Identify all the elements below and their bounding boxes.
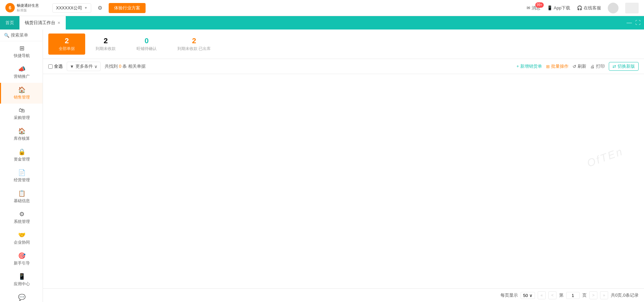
main-content: 2 全部单据 2 到期未收款 0 旺铺待确认 2 到期未收款 已出库 全选 [43,29,644,302]
print-button[interactable]: 🖨 打印 [590,63,605,69]
next-page-button[interactable]: > [589,291,597,299]
enterprise-wechat-icon: 💬 [18,294,25,301]
search-icon: 🔍 [4,33,9,38]
marketing-icon: 📣 [18,65,25,73]
batch-operation-button[interactable]: ⊞ 批量操作 [546,63,569,69]
sidebar-item-inventory-label: 库存核算 [14,136,30,141]
system-icon: ⚙ [19,210,24,218]
select-all-checkbox[interactable]: 全选 [48,63,63,69]
sidebar-search[interactable]: 🔍 搜索菜单 [0,29,43,41]
switch-label: 切换新版 [618,63,635,69]
pagination-bar: 每页显示 50 ∨ « < 第 页 > » 共0页,0条记录 [43,288,644,302]
sidebar-item-sales[interactable]: 🏠 销售管理 [0,83,43,104]
per-page-label: 每页显示 [500,292,518,298]
tab-home[interactable]: 首页 [0,16,19,29]
app-download-label: App下载 [554,5,570,11]
headset-icon: 🎧 [577,5,582,10]
stat-shipped-count: 2 [192,37,196,45]
app-download-button[interactable]: 📱 App下载 [547,5,570,11]
stat-all-desc: 全部单据 [59,46,75,52]
company-selector[interactable]: XXXXXX公司 ▼ [52,3,91,13]
sidebar-search-label: 搜索菜单 [11,32,28,38]
per-page-select[interactable]: 50 ∨ [521,292,535,299]
sidebar-item-base-info[interactable]: 📋 基础信息 [0,186,43,207]
page-input[interactable] [566,292,580,299]
stat-card-all[interactable]: 2 全部单据 [48,34,85,55]
sidebar-item-marketing[interactable]: 📣 营销推广 [0,62,43,83]
found-unit: 条 [122,64,127,69]
sidebar-item-enterprise-wechat[interactable]: 💬 企业微信 [0,290,43,302]
stat-overdue-desc: 到期未收款 [96,46,116,52]
sidebar-item-system[interactable]: ⚙ 系统管理 [0,207,43,228]
stat-all-count: 2 [65,37,69,45]
page-label: 第 [559,292,564,298]
message-icon: ✉ [527,5,530,10]
stat-wangpu-desc: 旺铺待确认 [137,46,157,52]
nav-tabs: 首页 钱货日清工作台 ✕ — ⛶ [0,16,644,29]
toolbar-left: 全选 ▼ 更多条件 ∨ 共找到 0 条 相关单据 [48,62,146,71]
first-page-button[interactable]: « [538,291,546,299]
avatar[interactable] [608,3,619,13]
tab-work-bench[interactable]: 钱货日清工作台 ✕ [19,16,66,29]
batch-icon: ⊞ [546,64,550,69]
prev-page-button[interactable]: < [548,291,556,299]
tab-maximize-button[interactable]: ⛶ [635,20,641,26]
filter-icon: ▼ [70,64,74,69]
app-download-icon: 📱 [547,5,552,10]
online-service-button[interactable]: 🎧 在线客服 [577,5,601,11]
purchase-icon: 🛍 [19,107,25,114]
found-suffix: 相关单据 [128,64,146,69]
stats-area: 2 全部单据 2 到期未收款 0 旺铺待确认 2 到期未收款 已出库 [43,29,644,59]
operations-icon: 📄 [18,169,25,176]
add-sale-order-button[interactable]: + 新增销货单 [517,63,542,69]
trial-button[interactable]: 体验行业方案 [109,3,146,13]
settings-icon[interactable]: ⚙ [95,3,105,13]
inventory-icon: 🏠 [18,127,25,135]
sidebar-item-operations[interactable]: 📄 经营管理 [0,166,43,186]
stat-card-shipped[interactable]: 2 到期未收款 已出库 [167,34,221,55]
tab-close-icon[interactable]: ✕ [57,21,60,25]
switch-icon: ⇄ [612,64,616,69]
sidebar-item-enterprise-coop[interactable]: 🤝 企业协同 [0,228,43,249]
stat-overdue-count: 2 [104,37,108,45]
page-suffix: 页 [582,292,587,298]
user-name-area[interactable] [625,3,639,13]
sidebar-item-operations-label: 经营管理 [14,177,30,183]
last-page-button[interactable]: » [600,291,608,299]
stat-card-wangpu[interactable]: 0 旺铺待确认 [126,34,167,55]
logo-area: 6 畅捷通好生意 标准版 [5,3,48,12]
sidebar-item-finance-label: 资金管理 [14,157,30,162]
sidebar-item-purchase[interactable]: 🛍 采购管理 [0,104,43,124]
sidebar-item-app-center[interactable]: 📱 应用中心 [0,269,43,290]
sidebar-item-system-label: 系统管理 [14,219,30,225]
logo-badge: 标准版 [17,8,39,13]
sidebar-item-enterprise-coop-label: 企业协同 [14,240,30,245]
base-info-icon: 📋 [18,190,25,197]
found-count: 0 [119,64,121,69]
per-page-value: 50 [523,293,528,298]
sidebar-item-inventory[interactable]: 🏠 库存核算 [0,124,43,145]
sidebar-item-finance[interactable]: 🔒 资金管理 [0,145,43,166]
toolbar: 全选 ▼ 更多条件 ∨ 共找到 0 条 相关单据 + 新增销货单 ⊞ [43,59,644,74]
finance-icon: 🔒 [18,148,25,156]
sidebar-item-quick-nav-label: 快捷导航 [14,53,30,59]
refresh-button[interactable]: ↺ 刷新 [573,63,586,69]
stat-shipped-desc: 到期未收款 已出库 [177,46,211,52]
online-service-label: 在线客服 [584,5,601,11]
sidebar-item-beginner-guide[interactable]: 🎯 新手引导 [0,249,43,269]
print-icon: 🖨 [590,64,595,69]
tab-minimize-button[interactable]: — [627,20,632,26]
sales-icon: 🏠 [18,86,25,94]
more-filter-button[interactable]: ▼ 更多条件 ∨ [67,62,101,71]
toolbar-right: + 新增销货单 ⊞ 批量操作 ↺ 刷新 🖨 打印 ⇄ 切换新版 [517,62,639,71]
print-label: 打印 [596,63,605,69]
switch-new-version-button[interactable]: ⇄ 切换新版 [609,62,639,71]
quick-nav-icon: ⊞ [19,45,24,52]
top-header: 6 畅捷通好生意 标准版 XXXXXX公司 ▼ ⚙ 体验行业方案 ✉ 消息 99… [0,0,644,16]
messages-button[interactable]: ✉ 消息 99+ [527,5,540,11]
select-all-input[interactable] [48,64,53,69]
app-center-icon: 📱 [18,273,25,280]
sidebar-item-quick-nav[interactable]: ⊞ 快捷导航 [0,41,43,62]
table-area: OfTEn [43,74,644,288]
stat-card-overdue[interactable]: 2 到期未收款 [85,34,126,55]
